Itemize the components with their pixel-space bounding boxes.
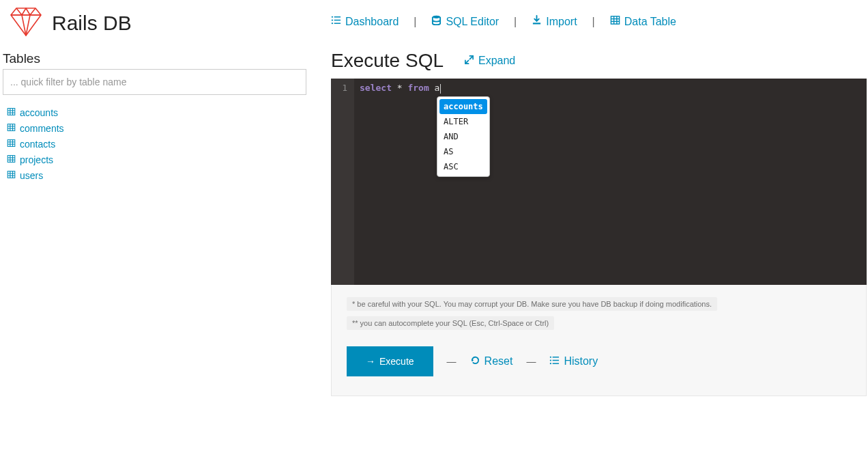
warning-note: * be careful with your SQL. You may corr… [347,297,717,311]
token-keyword: from [407,83,429,93]
svg-point-6 [332,23,333,24]
table-label: users [20,170,43,181]
svg-rect-9 [533,23,540,24]
table-link-contacts[interactable]: contacts [7,139,55,150]
svg-rect-20 [8,124,15,131]
svg-rect-3 [334,16,341,18]
svg-rect-7 [334,23,341,24]
svg-rect-30 [8,156,15,163]
reset-link[interactable]: Reset [470,355,513,368]
nav-sql-editor-label: SQL Editor [446,16,499,28]
cursor [440,84,441,94]
app-title: Rails DB [52,12,132,35]
history-link[interactable]: History [549,355,598,368]
svg-rect-5 [334,20,341,21]
list-icon [331,15,341,28]
line-number: 1 [342,83,347,93]
page-title: Execute SQL [331,50,444,72]
autocomplete-item[interactable]: ASC [439,159,487,174]
autocomplete-note: ** you can autocomplete your SQL (Esc, C… [347,316,554,330]
download-icon [532,15,542,28]
svg-point-4 [332,19,333,20]
nav-data-table-label: Data Table [624,16,676,28]
execute-label: Execute [379,356,414,367]
table-icon [7,123,16,134]
token-text: a [429,83,440,93]
editor-gutter: 1 [331,79,354,285]
table-filter-input[interactable] [3,69,306,95]
svg-rect-46 [553,359,559,361]
expand-label: Expand [478,55,515,67]
table-icon [610,15,620,28]
logo-link[interactable]: Rails DB [7,7,132,39]
autocomplete-popup: accounts ALTER AND AS ASC [437,96,490,177]
table-icon [7,139,16,150]
svg-point-2 [332,16,333,18]
editor-footer: * be careful with your SQL. You may corr… [331,285,867,396]
table-label: projects [20,154,53,165]
table-link-users[interactable]: users [7,170,43,181]
table-icon [7,154,16,165]
action-separator: — [447,356,457,367]
nav-import[interactable]: Import [532,15,577,28]
table-list: accounts comments contacts projects user… [3,107,310,181]
nav-sql-editor[interactable]: SQL Editor [431,15,499,28]
execute-button[interactable]: → Execute [347,346,433,376]
svg-rect-25 [8,140,15,147]
token-keyword: select [360,83,392,93]
svg-rect-44 [553,357,559,358]
expand-icon [464,55,474,68]
nav-data-table[interactable]: Data Table [610,15,676,28]
svg-rect-15 [8,109,15,115]
table-link-comments[interactable]: comments [7,123,64,134]
main: Execute SQL Expand 1 select * from a acc… [310,46,868,396]
svg-rect-48 [553,363,559,364]
table-icon [7,107,16,118]
table-link-accounts[interactable]: accounts [7,107,58,118]
expand-link[interactable]: Expand [464,55,515,68]
svg-marker-0 [11,15,41,36]
nav-dashboard-label: Dashboard [345,16,399,28]
undo-icon [470,355,480,368]
token-text: * [392,83,407,93]
reset-label: Reset [484,355,513,368]
svg-rect-10 [611,16,619,24]
ruby-icon [7,7,45,39]
database-icon [431,15,442,28]
nav-separator: | [514,16,517,28]
nav-separator: | [592,16,595,28]
table-icon [7,170,16,181]
svg-point-8 [433,16,440,18]
nav-separator: | [414,16,416,28]
sidebar-heading: Tables [3,51,310,66]
history-label: History [564,355,598,368]
action-separator: — [526,356,536,367]
svg-point-47 [550,363,551,364]
editor-line: select * from a [360,83,441,94]
arrow-right-icon: → [366,356,375,367]
list-icon [549,355,560,368]
sql-editor[interactable]: 1 select * from a accounts ALTER AND AS … [331,79,867,285]
table-link-projects[interactable]: projects [7,154,53,165]
autocomplete-item[interactable]: AND [439,129,487,144]
svg-rect-35 [8,171,15,178]
svg-point-45 [550,359,551,361]
nav-dashboard[interactable]: Dashboard [331,15,399,28]
top-nav: Dashboard | SQL Editor | Import | Data T… [331,15,676,28]
sidebar: Tables accounts comments contacts projec… [0,46,310,396]
table-label: contacts [20,139,55,150]
autocomplete-item[interactable]: accounts [439,99,487,114]
svg-point-43 [550,356,551,357]
autocomplete-item[interactable]: ALTER [439,114,487,129]
table-label: accounts [20,107,58,118]
table-label: comments [20,123,64,134]
autocomplete-item[interactable]: AS [439,144,487,159]
nav-import-label: Import [546,16,577,28]
